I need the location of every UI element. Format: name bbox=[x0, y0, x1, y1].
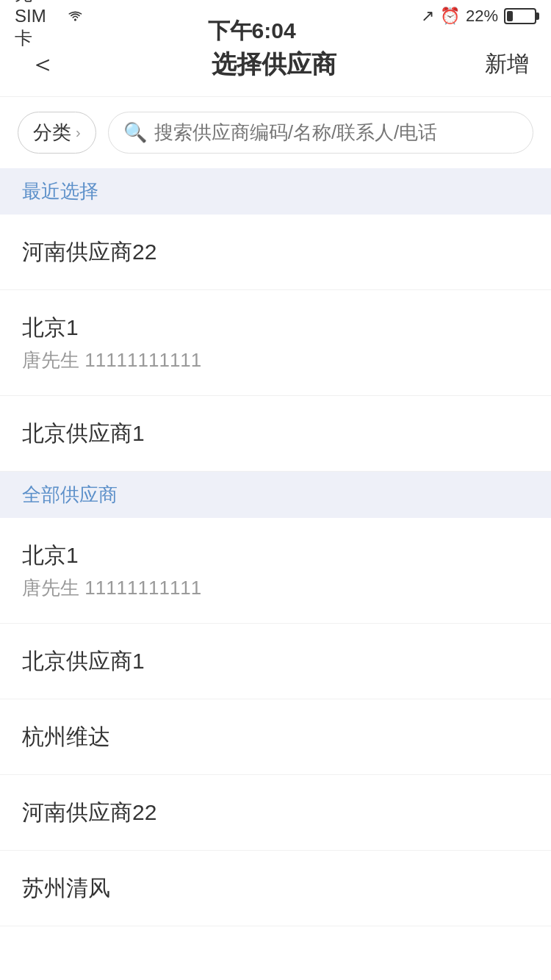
item-name: 北京供应商1 bbox=[22, 418, 529, 449]
add-button[interactable]: 新增 bbox=[485, 49, 529, 79]
item-sub: 唐先生 11111111111 bbox=[22, 575, 529, 601]
list-item[interactable]: 杭州维达 bbox=[0, 699, 551, 775]
list-item[interactable]: 北京1 唐先生 11111111111 bbox=[0, 290, 551, 396]
item-name: 北京1 bbox=[22, 540, 529, 571]
page-title: 选择供应商 bbox=[212, 48, 336, 82]
wifi-icon bbox=[68, 8, 82, 24]
all-section-header: 全部供应商 bbox=[0, 472, 551, 518]
item-name: 北京供应商1 bbox=[22, 646, 529, 677]
item-name: 苏州清风 bbox=[22, 873, 529, 904]
back-button[interactable]: ＜ bbox=[22, 39, 63, 90]
list-item[interactable]: 北京1 唐先生 11111111111 bbox=[0, 518, 551, 624]
battery-percent: 22% bbox=[466, 7, 498, 26]
all-items-list: 北京1 唐先生 11111111111 北京供应商1 杭州维达 河南供应商22 … bbox=[0, 518, 551, 926]
recent-items-list: 河南供应商22 北京1 唐先生 11111111111 北京供应商1 bbox=[0, 215, 551, 472]
recent-section-label: 最近选择 bbox=[22, 180, 98, 202]
alarm-icon: ⏰ bbox=[440, 7, 460, 26]
chevron-right-icon: › bbox=[76, 124, 81, 141]
item-sub: 唐先生 11111111111 bbox=[22, 347, 529, 373]
svg-point-0 bbox=[74, 18, 76, 21]
item-name: 河南供应商22 bbox=[22, 237, 529, 267]
list-item[interactable]: 北京供应商1 bbox=[0, 396, 551, 472]
list-item[interactable]: 河南供应商22 bbox=[0, 775, 551, 851]
status-time: 下午6:04 bbox=[208, 16, 296, 46]
list-item[interactable]: 北京供应商1 bbox=[0, 624, 551, 699]
location-icon: ↗ bbox=[421, 7, 434, 26]
item-name: 北京1 bbox=[22, 312, 529, 343]
list-item[interactable]: 苏州清风 bbox=[0, 851, 551, 926]
status-right: ↗ ⏰ 22% bbox=[421, 7, 536, 26]
item-name: 河南供应商22 bbox=[22, 797, 529, 828]
filter-bar: 分类 › 🔍 bbox=[0, 97, 551, 168]
list-item[interactable]: 河南供应商22 bbox=[0, 215, 551, 290]
battery-icon bbox=[504, 8, 536, 24]
recent-section-header: 最近选择 bbox=[0, 168, 551, 215]
search-box[interactable]: 🔍 bbox=[108, 112, 533, 154]
all-section-label: 全部供应商 bbox=[22, 483, 118, 505]
category-button[interactable]: 分类 › bbox=[18, 112, 96, 154]
search-input[interactable] bbox=[154, 121, 518, 144]
category-label: 分类 bbox=[33, 120, 71, 145]
search-icon: 🔍 bbox=[123, 121, 147, 144]
item-name: 杭州维达 bbox=[22, 721, 529, 752]
status-bar: 无 SIM 卡 下午6:04 ↗ ⏰ 22% bbox=[0, 0, 551, 32]
